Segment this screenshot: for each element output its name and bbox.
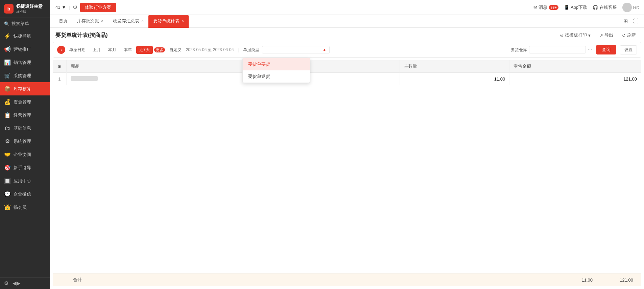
tab-receipt-summary-label: 收发存汇总表	[113, 18, 139, 24]
wechat-label: 企业微信	[14, 191, 31, 197]
finance-icon: 💰	[4, 99, 11, 105]
collapse-icon[interactable]: ◀▶	[13, 280, 21, 286]
message-badge: 99+	[549, 5, 558, 10]
filter-bar: › 单据日期 上月 本月 本年 近7天 更多 自定义 2023-05-06 至 …	[53, 42, 641, 58]
cooperation-label: 企业协同	[14, 152, 31, 158]
sidebar-item-wechat[interactable]: 💬 企业微信	[0, 187, 50, 201]
header-right: ✉ 消息 99+ 📱 App下载 🎧 在线客服 Rit	[533, 3, 639, 12]
refresh-icon: ↺	[622, 33, 626, 38]
basic-info-label: 基础信息	[14, 125, 31, 131]
search-menu-item[interactable]: 🔍 搜索菜单	[0, 18, 50, 29]
purchase-label: 采购管理	[14, 73, 31, 79]
cooperation-icon: 🤝	[4, 151, 11, 158]
col-product: 商品	[66, 60, 246, 73]
wechat-icon: 💬	[4, 191, 11, 197]
settings-bottom-icon[interactable]: ⚙	[4, 280, 8, 286]
date-btn-this-month[interactable]: 本月	[105, 46, 119, 54]
warehouse-section: 要货仓库 ···	[511, 46, 592, 53]
user-profile-btn[interactable]: Rit	[622, 3, 639, 12]
table-container: ⚙ 商品 主计量单位 主数量 零售金额 1 块 11.00	[53, 60, 641, 273]
filter-expand-btn[interactable]: ›	[57, 46, 65, 54]
app-center-icon: 🔲	[4, 178, 11, 184]
tab-receipt-summary[interactable]: 收发存汇总表 ×	[108, 15, 148, 28]
sidebar-item-operations[interactable]: 📋 经营管理	[0, 109, 50, 122]
settings-filter-btn[interactable]: 设置	[620, 45, 637, 54]
brand-name: 畅捷通好生意	[16, 3, 43, 9]
sidebar-item-sales[interactable]: 📊 销售管理	[0, 56, 50, 69]
export-btn[interactable]: ↗ 导出	[597, 31, 616, 39]
sidebar-item-marketing[interactable]: 📢 营销推广	[0, 43, 50, 56]
sidebar-item-quick-nav[interactable]: ⚡ 快捷导航	[0, 29, 50, 43]
data-table: ⚙ 商品 主计量单位 主数量 零售金额 1 块 11.00	[53, 60, 641, 85]
tab-receipt-summary-close[interactable]: ×	[141, 19, 144, 23]
sidebar-item-tutorial[interactable]: 🎯 新手引导	[0, 161, 50, 174]
store-number: 41	[55, 5, 60, 10]
sidebar-bottom: ⚙ ◀▶	[0, 277, 50, 289]
trial-btn[interactable]: 体验行业方案	[80, 3, 116, 12]
warehouse-input[interactable]	[529, 46, 586, 53]
type-filter-select[interactable]: ▲	[262, 46, 330, 53]
sidebar-item-basic-info[interactable]: 🗂 基础信息	[0, 122, 50, 135]
phone-icon: 📱	[564, 5, 569, 10]
header-settings-icon[interactable]: ⚙	[73, 4, 77, 10]
tab-inventory-batch-label: 库存批次账	[77, 18, 99, 24]
message-btn[interactable]: ✉ 消息 99+	[533, 4, 558, 10]
type-dropdown: 要货单要货 要货单退货	[242, 58, 310, 83]
dropdown-item-return[interactable]: 要货单退货	[243, 70, 310, 83]
type-filter-section: 单据类型 ▲	[243, 46, 507, 53]
date-more-badge[interactable]: 更多	[154, 47, 165, 52]
query-btn[interactable]: 查询	[596, 45, 616, 54]
date-btn-this-year[interactable]: 本年	[121, 46, 135, 54]
search-menu-label: 搜索菜单	[11, 21, 29, 27]
sidebar-item-system[interactable]: ⚙ 系统管理	[0, 135, 50, 148]
search-icon: 🔍	[4, 21, 9, 26]
date-range-selector: 上月 本月 本年 近7天 更多 自定义 2023-05-06 至 2023-06…	[90, 46, 234, 54]
sidebar-item-inventory[interactable]: 📦 库存核算	[0, 82, 50, 95]
type-filter-arrow-icon[interactable]: ▲	[323, 47, 327, 52]
date-range-text: 2023-05-06 至 2023-06-06	[186, 47, 234, 53]
tab-inventory-batch-close[interactable]: ×	[101, 19, 103, 23]
sidebar-item-app-center[interactable]: 🔲 应用中心	[0, 174, 50, 187]
warehouse-more-icon[interactable]: ···	[588, 47, 592, 53]
tab-requisition-close[interactable]: ×	[182, 19, 184, 23]
col-sales: 零售金额	[509, 60, 641, 73]
type-filter-input[interactable]	[265, 47, 323, 52]
total-sales: 121.00	[597, 277, 637, 283]
online-service-btn[interactable]: 🎧 在线客服	[593, 4, 617, 10]
date-filter-label: 单据日期	[69, 47, 86, 53]
brand-sub: 标准版	[16, 9, 43, 14]
sidebar-nav: ⚡ 快捷导航 📢 营销推广 📊 销售管理 🛒 采购管理 📦 库存核算 💰 资金管…	[0, 29, 50, 277]
date-btn-last-month[interactable]: 上月	[90, 46, 104, 54]
date-btn-7days[interactable]: 近7天	[136, 46, 153, 54]
export-label: 导出	[604, 32, 613, 38]
store-selector[interactable]: 41 ▼	[55, 5, 66, 10]
app-download-label: App下载	[571, 4, 587, 10]
operations-label: 经营管理	[14, 112, 31, 118]
quick-nav-icon: ⚡	[4, 33, 11, 39]
dropdown-item-requisition[interactable]: 要货单要货	[243, 58, 310, 70]
col-settings[interactable]: ⚙	[53, 60, 66, 73]
sidebar-item-finance[interactable]: 💰 资金管理	[0, 95, 50, 109]
tab-inventory-batch[interactable]: 库存批次账 ×	[72, 15, 108, 28]
tab-expand-icon[interactable]: ⊞	[622, 17, 629, 26]
sidebar-item-cooperation[interactable]: 🤝 企业协同	[0, 148, 50, 161]
purchase-icon: 🛒	[4, 72, 11, 79]
app-logo-icon: b	[4, 4, 14, 14]
sidebar-item-purchase[interactable]: 🛒 采购管理	[0, 69, 50, 82]
print-btn[interactable]: 🖨 按模板打印 ▾	[556, 31, 593, 39]
tab-requisition-label: 要货单统计表	[153, 18, 180, 24]
table-header-row: ⚙ 商品 主计量单位 主数量 零售金额	[53, 60, 641, 73]
user-avatar	[622, 3, 632, 12]
date-btn-custom[interactable]: 自定义	[166, 46, 185, 54]
sidebar-logo: b 畅捷通好生意 标准版	[0, 0, 50, 18]
inventory-label: 库存核算	[14, 86, 31, 92]
app-download-btn[interactable]: 📱 App下载	[564, 4, 587, 10]
dropdown-arrow-icon: ▼	[62, 5, 66, 10]
basic-info-icon: 🗂	[4, 125, 11, 131]
tab-fullscreen-icon[interactable]: ⛶	[632, 17, 640, 26]
sidebar-item-member[interactable]: 👑 畅会员	[0, 201, 50, 214]
tab-requisition[interactable]: 要货单统计表 ×	[148, 15, 189, 28]
refresh-btn[interactable]: ↺ 刷新	[619, 31, 639, 39]
tab-home[interactable]: 首页	[54, 15, 72, 28]
tutorial-icon: 🎯	[4, 164, 11, 171]
